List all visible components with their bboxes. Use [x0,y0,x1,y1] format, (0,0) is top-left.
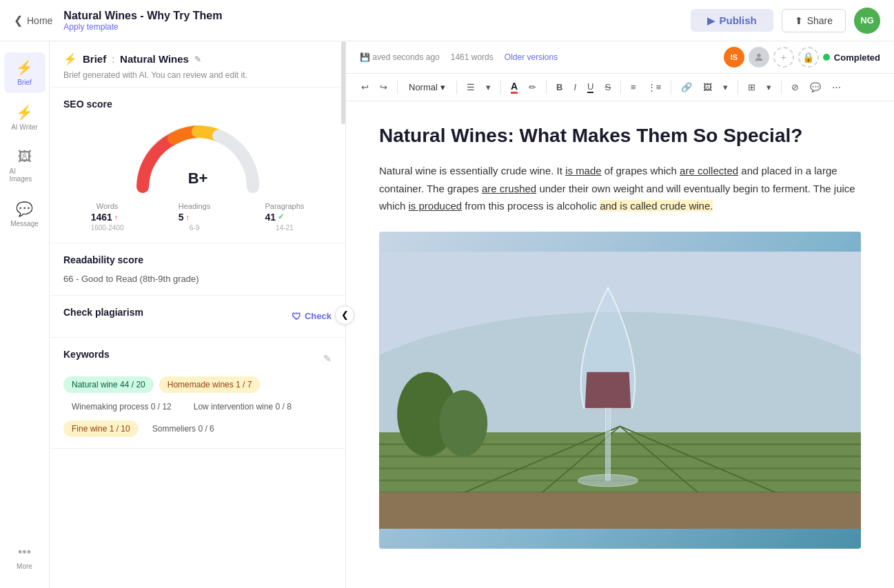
sidebar-item-more[interactable]: ••• More [4,538,45,577]
highlighted-phrase: and is called crude wine. [600,200,713,212]
message-icon: 💬 [16,201,33,217]
table-options-button[interactable]: ▾ [762,79,775,95]
toolbar-divider-5 [620,81,621,94]
strikethrough-button[interactable]: S [600,79,615,95]
plagiarism-section: Check plagiarism 🛡 Check [50,296,345,338]
undo-button[interactable]: ↩ [357,79,373,95]
stat-paragraphs: Paragraphs 41 ✓ 14-21 [265,202,304,232]
check-plagiarism-button[interactable]: 🛡 Check [292,311,332,322]
brief-edit-icon[interactable]: ✎ [194,54,201,64]
apply-template-link[interactable]: Apply template [63,22,222,32]
collapse-panel-button[interactable]: ❮ [335,305,354,325]
completed-badge: Completed [823,52,880,63]
older-versions-link[interactable]: Older versions [505,52,558,62]
sidebar-item-ai-images[interactable]: 🖼 AI Images [4,142,45,190]
toolbar-divider-3 [500,81,501,94]
keywords-section: Keywords ✎ Natural wine 44 / 20 Homemade… [50,338,345,449]
saved-text: 💾 aved seconds ago [360,52,440,62]
add-user-button[interactable]: + [773,47,794,68]
editor-content[interactable]: Natural Wines: What Makes Them So Specia… [346,101,894,588]
keyword-tag-fine-wine[interactable]: Fine wine 1 / 10 [63,420,139,437]
wine-scene-svg [379,232,861,549]
paragraph-style-select[interactable]: Normal ▾ [403,79,451,95]
lock-button[interactable]: 🔒 [798,47,819,68]
stat-headings: Headings 5 ↑ 6-9 [179,202,210,232]
inline-underline-4: is produced [409,200,463,212]
stat-words-range: 1600-2400 [91,224,124,232]
readability-title: Readability score [63,254,332,265]
svg-text:B+: B+ [187,170,207,187]
inline-underline-1: is made [565,165,602,176]
inline-underline-2: are collected [680,165,738,176]
editor-users: IS + 🔒 Completed [724,47,880,68]
underline-button[interactable]: U [583,79,598,96]
share-button[interactable]: ⬆ Share [782,9,846,32]
headings-arrow-icon: ↑ [186,213,190,221]
publish-label: Publish [719,14,756,26]
italic-button[interactable]: I [569,79,580,95]
align-button[interactable]: ☰ [463,79,479,95]
readability-section: Readability score 66 - Good to Read (8th… [50,243,345,296]
doc-title: Natural Wines - Why Try Them [63,10,222,22]
brief-icon: ⚡ [16,59,33,76]
redo-button[interactable]: ↪ [376,79,392,95]
bold-button[interactable]: B [552,79,567,95]
stat-words-label: Words [91,202,124,210]
user-avatar[interactable]: NG [854,8,880,34]
icon-sidebar: ⚡ Brief ⚡ AI Writer 🖼 AI Images 💬 Messag… [0,41,50,588]
ai-writer-icon: ⚡ [16,104,33,121]
svg-rect-18 [606,408,611,480]
plagiarism-title: Check plagiarism [63,307,143,318]
sidebar-item-brief[interactable]: ⚡ Brief [4,52,45,93]
keyword-tag-low-intervention[interactable]: Low intervention wine 0 / 8 [185,398,300,415]
brief-lightning-icon: ⚡ [63,52,77,65]
seo-score-section: SEO score B+ [50,88,345,243]
clear-format-button[interactable]: ⊘ [787,79,803,95]
nav-left: ❮ Home Natural Wines - Why Try Them Appl… [14,10,222,32]
title-block: Natural Wines - Why Try Them Apply templ… [63,10,222,32]
sidebar-item-message[interactable]: 💬 Message [4,194,45,234]
scroll-thumb[interactable] [341,41,345,124]
keywords-edit-icon[interactable]: ✎ [323,353,332,364]
align-options-button[interactable]: ▾ [482,79,495,95]
keyword-tag-sommeliers[interactable]: Sommeliers 0 / 6 [144,420,223,437]
text-color-button[interactable]: A [507,78,522,97]
format-toolbar: ↩ ↪ Normal ▾ ☰ ▾ A ✏ B I U S ≡ ⋮≡ 🔗 [346,74,894,101]
shield-icon: 🛡 [292,311,301,322]
home-link[interactable]: ❮ Home [14,14,52,27]
brief-label: Brief [83,53,106,65]
inline-underline-3: are crushed [482,183,536,194]
keyword-tags-container: Natural wine 44 / 20 Homemade wines 1 / … [63,376,332,437]
stat-words-value: 1461 ↑ [91,212,124,223]
keyword-tag-natural-wine[interactable]: Natural wine 44 / 20 [63,376,154,393]
user-avatar-gray [749,47,769,68]
bullet-list-button[interactable]: ≡ [627,79,640,95]
wine-image [379,232,861,549]
publish-button[interactable]: ▶ Publish [691,9,773,32]
numbered-list-button[interactable]: ⋮≡ [643,79,666,95]
svg-point-19 [578,474,638,486]
keyword-tag-homemade[interactable]: Homemade wines 1 / 7 [159,376,261,393]
user-avatar-is: IS [724,47,744,68]
link-button[interactable]: 🔗 [677,79,696,95]
image-options-button[interactable]: ▾ [719,79,732,95]
green-dot-icon [823,54,830,61]
check-label: Check [305,311,332,321]
stat-headings-value: 5 ↑ [179,212,210,223]
comment-button[interactable]: 💬 [806,79,825,95]
paragraph-chevron-icon: ▾ [440,82,445,92]
sidebar-item-ai-writer[interactable]: ⚡ AI Writer [4,97,45,138]
more-dots-icon: ••• [18,545,31,560]
keyword-tag-winemaking[interactable]: Winemaking process 0 / 12 [63,398,180,415]
stat-headings-range: 6-9 [179,224,210,232]
more-options-button[interactable]: ⋯ [828,79,845,95]
paragraphs-check-icon: ✓ [278,212,284,221]
publish-icon: ▶ [707,15,715,26]
sidebar-label-ai-images: AI Images [10,168,40,183]
stat-paragraphs-label: Paragraphs [265,202,304,210]
highlight-button[interactable]: ✏ [525,79,540,95]
word-count: 1461 words [451,52,494,62]
image-button[interactable]: 🖼 [699,79,716,95]
svg-point-1 [757,54,760,57]
table-button[interactable]: ⊞ [744,79,760,95]
